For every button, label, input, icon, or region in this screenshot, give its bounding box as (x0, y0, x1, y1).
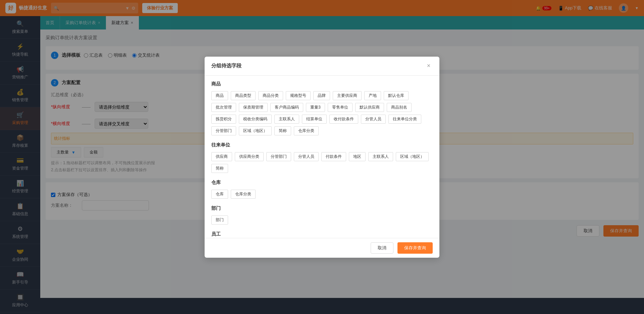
warehouse-tags: 仓库 仓库分类 (211, 190, 433, 199)
section-warehouse-title: 仓库 (211, 180, 433, 186)
tag-goods-25[interactable]: 简称 (274, 126, 291, 135)
tag-cp-6[interactable]: 地区 (349, 152, 366, 161)
tag-cp-3[interactable]: 分管部门 (266, 152, 291, 161)
tag-goods-3[interactable]: 商品分类 (258, 91, 283, 100)
tag-goods-6[interactable]: 主要供应商 (333, 91, 362, 100)
tag-goods-12[interactable]: 重量3 (306, 103, 325, 112)
section-counterpart-title: 往来单位 (211, 142, 433, 148)
tag-goods-23[interactable]: 分管部门 (211, 126, 236, 135)
tag-wh-2[interactable]: 仓库分类 (231, 190, 256, 199)
tag-goods-5[interactable]: 品牌 (313, 91, 330, 100)
goods-tags: 商品 商品类型 商品分类 规格型号 品牌 主要供应商 产地 默认仓库 批次管理 … (211, 91, 433, 135)
tag-goods-21[interactable]: 分管人员 (361, 115, 386, 124)
tag-cp-2[interactable]: 供应商分类 (235, 152, 264, 161)
tag-goods-15[interactable]: 商品别名 (387, 103, 412, 112)
tag-cp-9[interactable]: 简称 (211, 164, 228, 173)
section-counterpart: 往来单位 供应商 供应商分类 分管部门 分管人员 付款条件 地区 主联系人 区域… (211, 142, 433, 173)
dept-tags: 部门 (211, 215, 433, 225)
tag-dept-1[interactable]: 部门 (211, 215, 228, 225)
tag-goods-10[interactable]: 保质期管理 (239, 103, 268, 112)
tag-goods-26[interactable]: 仓库分类 (294, 126, 319, 135)
tag-goods-18[interactable]: 主联系人 (274, 115, 299, 124)
modal-header: 分组待选字段 × (205, 57, 439, 76)
modal-close-btn[interactable]: × (425, 62, 433, 70)
section-goods-title: 商品 (211, 81, 433, 87)
tag-goods-11[interactable]: 客户商品编码 (270, 103, 303, 112)
tag-goods-2[interactable]: 商品类型 (231, 91, 256, 100)
tag-goods-14[interactable]: 默认供应商 (355, 103, 384, 112)
tag-goods-8[interactable]: 默认仓库 (384, 91, 409, 100)
tag-goods-19[interactable]: 结算单位 (302, 115, 327, 124)
modal-overlay: 分组待选字段 × 商品 商品 商品类型 商品分类 规格型号 品牌 主要供应商 产… (0, 0, 644, 314)
tag-cp-1[interactable]: 供应商 (211, 152, 232, 161)
modal-cancel-btn[interactable]: 取消 (371, 242, 393, 254)
field-select-modal: 分组待选字段 × 商品 商品 商品类型 商品分类 规格型号 品牌 主要供应商 产… (205, 57, 439, 258)
section-dept-title: 部门 (211, 205, 433, 211)
counterpart-tags: 供应商 供应商分类 分管部门 分管人员 付款条件 地区 主联系人 区域（地区） … (211, 152, 433, 173)
tag-goods-20[interactable]: 收付款条件 (329, 115, 358, 124)
tag-goods-16[interactable]: 拣货积分 (211, 115, 236, 124)
tag-goods-22[interactable]: 往来单位分类 (388, 115, 421, 124)
tag-cp-4[interactable]: 分管人员 (294, 152, 319, 161)
tag-goods-17[interactable]: 税收分类编码 (239, 115, 272, 124)
tag-wh-1[interactable]: 仓库 (211, 190, 228, 199)
tag-cp-5[interactable]: 付款条件 (321, 152, 346, 161)
tag-goods-4[interactable]: 规格型号 (286, 91, 311, 100)
modal-save-btn[interactable]: 保存并查询 (397, 242, 433, 254)
tag-cp-7[interactable]: 主联系人 (368, 152, 393, 161)
tag-goods-9[interactable]: 批次管理 (211, 103, 236, 112)
modal-title: 分组待选字段 (211, 63, 241, 69)
tag-goods-13[interactable]: 零售单位 (328, 103, 353, 112)
tag-goods-7[interactable]: 产地 (364, 91, 381, 100)
section-employee: 员工 业务员 (211, 231, 433, 238)
section-goods: 商品 商品 商品类型 商品分类 规格型号 品牌 主要供应商 产地 默认仓库 批次… (211, 81, 433, 135)
section-department: 部门 部门 (211, 205, 433, 225)
tag-goods-24[interactable]: 区域（地区） (239, 126, 272, 135)
section-emp-title: 员工 (211, 231, 433, 237)
tag-goods-1[interactable]: 商品 (211, 91, 228, 100)
section-warehouse: 仓库 仓库 仓库分类 (211, 180, 433, 199)
modal-footer: 取消 保存并查询 (205, 238, 439, 258)
tag-cp-8[interactable]: 区域（地区） (396, 152, 429, 161)
modal-body: 商品 商品 商品类型 商品分类 规格型号 品牌 主要供应商 产地 默认仓库 批次… (205, 76, 439, 238)
